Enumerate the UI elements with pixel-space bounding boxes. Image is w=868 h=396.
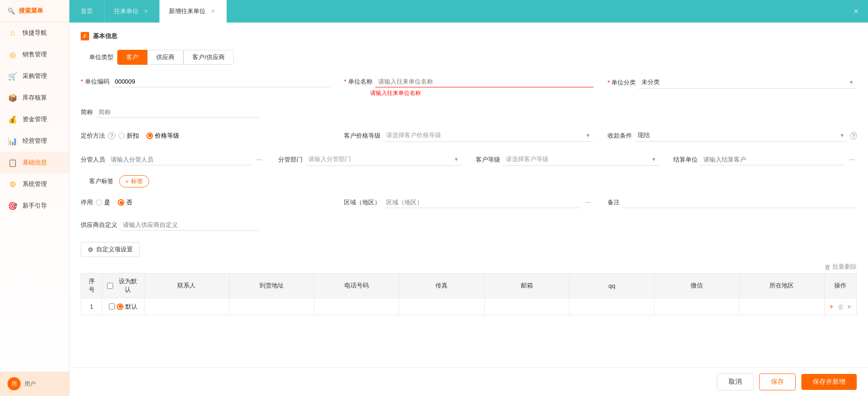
settings-icon: ⚙ [88, 246, 93, 253]
tab-new-partner[interactable]: 新增往来单位 × [160, 0, 227, 23]
settlement-ellipsis-btn[interactable]: ··· [847, 155, 857, 164]
name-field: 单位名称 [344, 74, 593, 89]
row-tags: 客户标签 + 标签 [81, 175, 857, 187]
payment-terms-label: 收款条件 [608, 132, 632, 140]
dept-select[interactable]: 请输入分管部门 ▼ [305, 153, 462, 166]
abbr-input[interactable] [96, 107, 259, 118]
sidebar-item-label: 新手引导 [23, 202, 47, 210]
pricing-help-icon[interactable]: ? [108, 132, 115, 140]
table-row: 1 默认 [81, 298, 857, 315]
td-address-input[interactable] [234, 301, 309, 312]
td-region [739, 298, 824, 315]
name-field-wrap: 单位名称 请输入往来单位名称 [344, 74, 593, 97]
remark-input[interactable] [623, 197, 857, 208]
unit-type-both-btn[interactable]: 客户/供应商 [183, 50, 234, 65]
category-select[interactable]: 未分类 ▼ [639, 76, 857, 89]
batch-delete-button[interactable]: 🗑 批量删除 [824, 263, 857, 271]
unit-type-customer-btn[interactable]: 客户 [117, 50, 147, 65]
th-contact: 联系人 [144, 273, 229, 298]
section-icon: F [81, 32, 89, 40]
sidebar-item-operations[interactable]: 📊 经营管理 [0, 130, 69, 152]
sidebar-item-sales[interactable]: ◎ 销售管理 [0, 44, 69, 65]
add-tag-button[interactable]: + 标签 [119, 175, 149, 187]
th-select-all-checkbox[interactable] [107, 283, 113, 289]
sidebar-item-label: 资金管理 [23, 115, 47, 124]
sidebar-item-quick-nav[interactable]: ⌂ 快捷导航 [0, 22, 69, 44]
tab-home[interactable]: 首页 [69, 0, 105, 23]
td-wechat-input[interactable] [659, 301, 734, 312]
cancel-button[interactable]: 取消 [717, 373, 754, 390]
td-default-checkbox[interactable] [109, 303, 115, 310]
td-email-input[interactable] [489, 301, 564, 312]
settlement-field: 结算单位 ··· [673, 152, 857, 167]
basic-info-icon: 📋 [8, 157, 18, 168]
manager-ellipsis-btn[interactable]: ··· [254, 155, 264, 164]
name-input[interactable] [375, 76, 594, 87]
sidebar-item-guide[interactable]: 🎯 新手引导 [0, 195, 69, 217]
payment-terms-value: 现结 [638, 131, 838, 140]
td-default-radio[interactable]: 默认 [117, 303, 137, 311]
area-ellipsis-btn[interactable]: ··· [583, 198, 593, 207]
th-fax: 传真 [399, 273, 484, 298]
unit-type-supplier-btn[interactable]: 供应商 [147, 50, 183, 65]
settlement-input[interactable] [700, 154, 844, 165]
sidebar-item-purchase[interactable]: 🛒 采购管理 [0, 65, 69, 87]
purchase-icon: 🛒 [8, 71, 18, 81]
payment-terms-chevron-icon: ▼ [839, 132, 845, 138]
sidebar-item-finance[interactable]: 💰 资金管理 [0, 109, 69, 130]
disable-radio-group: 是 否 [96, 198, 132, 207]
td-default-radio-circle [117, 303, 123, 310]
code-value-wrap [112, 76, 330, 87]
code-input[interactable] [112, 76, 330, 87]
name-error: 请输入往来单位名称 [370, 89, 593, 97]
sidebar-search[interactable]: 🔍 搜索菜单 [0, 0, 69, 22]
supplier-custom-label: 供应商自定义 [81, 221, 117, 229]
sidebar-item-inventory[interactable]: 📦 库存核算 [0, 87, 69, 109]
disable-no-radio[interactable]: 否 [118, 198, 132, 207]
price-level-select[interactable]: 请选择客户价格等级 ▼ [383, 129, 593, 142]
th-seq: 序号 [81, 273, 102, 298]
td-qq [569, 298, 654, 315]
sidebar-item-system[interactable]: ⚙ 系统管理 [0, 173, 69, 195]
delete-row-btn[interactable]: 🗑 [838, 303, 844, 311]
th-wechat: 微信 [655, 273, 739, 298]
window-close-button[interactable]: × [844, 7, 868, 16]
section-title: F 基本信息 [81, 32, 857, 40]
row-pricing: 定价方法 ? 折扣 价格等级 客户价格等级 [81, 127, 857, 144]
dept-field: 分管部门 请输入分管部门 ▼ [278, 151, 462, 168]
td-contact-input[interactable] [149, 301, 224, 312]
manager-input[interactable] [108, 154, 251, 165]
td-email [484, 298, 569, 315]
tab-partners-close[interactable]: × [142, 8, 150, 15]
customer-level-select[interactable]: 请选择客户等级 ▼ [503, 153, 659, 166]
custom-settings-button[interactable]: ⚙ 自定义项设置 [81, 242, 140, 257]
td-fax-input[interactable] [404, 301, 479, 312]
pricing-radio-level[interactable]: 价格等级 [146, 132, 179, 140]
customer-level-chevron-icon: ▼ [651, 156, 656, 162]
td-seq: 1 [81, 298, 102, 315]
batch-delete-label: 批量删除 [832, 263, 857, 271]
guide-icon: 🎯 [8, 201, 18, 211]
sidebar-item-basic-info[interactable]: 📋 基础信息 [0, 152, 69, 173]
disable-yes-radio[interactable]: 是 [96, 198, 110, 207]
tabbar: 首页 往来单位 × 新增往来单位 × × [69, 0, 868, 23]
disable-field: 停用 是 否 [81, 196, 330, 209]
add-row-btn[interactable]: + [830, 303, 834, 311]
td-qq-input[interactable] [574, 301, 649, 312]
sidebar-item-label: 基础信息 [23, 158, 47, 167]
tab-new-partner-close[interactable]: × [209, 8, 217, 15]
settlement-label: 结算单位 [673, 155, 698, 164]
tab-partners[interactable]: 往来单位 × [105, 0, 160, 23]
payment-terms-help-icon[interactable]: ? [850, 132, 857, 140]
save-and-new-button[interactable]: 保存并新增 [801, 374, 857, 390]
payment-terms-select[interactable]: 现结 ▼ [635, 129, 847, 142]
add-tag-plus-icon: + [125, 178, 129, 185]
td-phone-input[interactable] [319, 301, 394, 312]
code-field: 单位编码 [81, 74, 330, 89]
pricing-radio-discount[interactable]: 折扣 [118, 132, 139, 140]
save-button[interactable]: 保存 [759, 373, 796, 390]
td-region-input[interactable] [744, 301, 819, 312]
area-input[interactable] [383, 197, 580, 208]
sidebar-item-label: 快捷导航 [23, 29, 47, 37]
supplier-custom-input[interactable] [120, 219, 259, 231]
